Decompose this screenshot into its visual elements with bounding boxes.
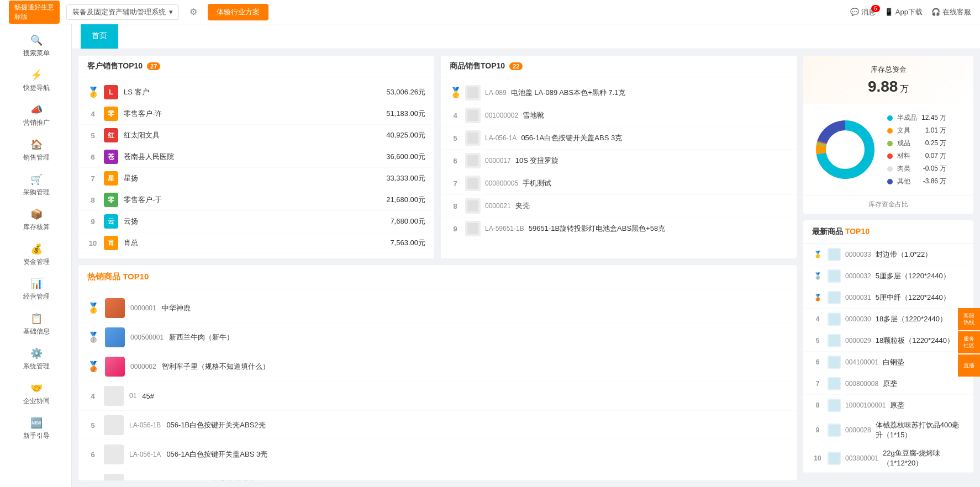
- product-image: [105, 357, 125, 377]
- table-row: 5 红 红太阳文具 40,925.00元: [78, 125, 434, 146]
- svg-rect-21: [829, 292, 840, 303]
- list-item: 4 0000030 18多层（1220*2440）: [803, 309, 973, 330]
- sidebar-item-label: 搜索菜单: [23, 49, 50, 58]
- topbar: 畅捷通好生意 标版 装备及固定资产辅助管理系统 ▾ ⚙ 体验行业方案 💬 消息 …: [0, 0, 980, 24]
- list-item: 🥇 0000001 中华神鹿: [78, 294, 797, 323]
- donut-chart: [812, 117, 878, 183]
- legend-item-meat: 肉类 -0.05 万: [887, 164, 946, 173]
- settings-icon[interactable]: ⚙: [186, 4, 201, 20]
- sidebar-item-quicknav[interactable]: ⚡ 快捷导航: [0, 63, 71, 98]
- product-image: [104, 444, 124, 464]
- list-item: 10 003800001 22g鱼豆腐-烧烤味（1*12*20）: [803, 444, 973, 473]
- customer-rank-badge: 27: [147, 62, 160, 70]
- chart-icon: 📊: [30, 278, 43, 290]
- inventory-panel: 库存总资金 9.88 万: [803, 56, 973, 214]
- svg-rect-20: [829, 271, 840, 282]
- search-icon: 🔍: [30, 34, 43, 46]
- product-image: [104, 474, 124, 480]
- table-row: 8 0000021 夹壳: [441, 195, 797, 218]
- sidebar-item-marketing[interactable]: 📣 营销推广: [0, 98, 71, 133]
- layout: 🔍 搜索菜单 ⚡ 快捷导航 📣 营销推广 🏠 销售管理 🛒 采购管理 📦 库存核…: [0, 24, 980, 487]
- sidebar-item-search[interactable]: 🔍 搜索菜单: [0, 29, 71, 63]
- megaphone-icon: 📣: [30, 104, 43, 116]
- content-area: 客户销售TOP10 27 🥇 L LS 客户 53,006.26元: [72, 49, 980, 487]
- legend-dot: [887, 141, 893, 146]
- nav-tabs: 首页: [72, 24, 980, 49]
- online-service-button[interactable]: 🎧 在线客服: [931, 7, 971, 17]
- customer-service-button[interactable]: 客服热线: [958, 308, 980, 330]
- table-row: 4 001000002 雪地靴: [441, 104, 797, 127]
- sidebar-item-label: 企业协同: [23, 396, 50, 406]
- tab-home[interactable]: 首页: [81, 24, 118, 49]
- svg-rect-0: [467, 87, 478, 98]
- sidebar: 🔍 搜索菜单 ⚡ 快捷导航 📣 营销推广 🏠 销售管理 🛒 采购管理 📦 库存核…: [0, 24, 72, 487]
- svg-rect-6: [467, 223, 478, 234]
- svg-rect-28: [829, 453, 840, 464]
- svg-rect-27: [829, 425, 840, 436]
- customer-rank-body: 🥇 L LS 客户 53,006.26元 4 零 零售客户-许 51,183.0…: [78, 77, 434, 258]
- topbar-actions: 💬 消息 6 📱 App下载 🎧 在线客服: [850, 7, 971, 17]
- list-item: 9 0000028 体械荔枝味苏打饮品400毫升（1*15）: [803, 416, 973, 444]
- list-item: 4 01 45#: [78, 382, 797, 411]
- newest-products-header: 最新商品 TOP10: [803, 220, 973, 244]
- product-image: [105, 327, 125, 347]
- legend-dot: [887, 153, 893, 159]
- money-icon: 💰: [30, 243, 43, 255]
- sidebar-item-guide[interactable]: 🆕 新手引导: [0, 411, 71, 446]
- sidebar-item-system[interactable]: ⚙️ 系统管理: [0, 342, 71, 377]
- sidebar-item-label: 基础信息: [23, 327, 50, 336]
- svg-rect-25: [829, 378, 840, 389]
- message-icon: 💬: [850, 8, 859, 16]
- product-image: [828, 291, 841, 304]
- hot-products-panel: 热销商品 TOP10 🥇 0000001 中华神鹿 🥈: [78, 265, 797, 480]
- floating-buttons: 客服热线 服务社区 直播: [958, 308, 980, 377]
- system-selector[interactable]: 装备及固定资产辅助管理系统 ▾: [66, 4, 179, 20]
- inventory-legend: 半成品 12.45 万 文具 1.01 万 成品 0: [887, 113, 946, 186]
- product-rank-badge: 22: [509, 62, 523, 70]
- svg-rect-4: [467, 178, 478, 189]
- trial-button[interactable]: 体验行业方案: [208, 4, 268, 20]
- sidebar-item-basic[interactable]: 📋 基础信息: [0, 307, 71, 342]
- top-panels: 客户销售TOP10 27 🥇 L LS 客户 53,006.26元: [78, 56, 797, 258]
- service-community-button[interactable]: 服务社区: [958, 331, 980, 353]
- sidebar-item-purchase[interactable]: 🛒 采购管理: [0, 168, 71, 203]
- sidebar-item-finance[interactable]: 💰 资金管理: [0, 237, 71, 272]
- bronze-medal-icon: 🥉: [87, 361, 99, 373]
- donut-chart-container: 半成品 12.45 万 文具 1.01 万 成品 0: [803, 104, 973, 195]
- legend-dot: [887, 115, 893, 121]
- svg-rect-5: [467, 200, 478, 211]
- product-image: [465, 153, 481, 168]
- inventory-amount-row: 9.88 万: [812, 78, 965, 96]
- flash-icon: ⚡: [30, 69, 43, 81]
- direct-button[interactable]: 直播: [958, 354, 980, 377]
- list-item: 🥉 0000031 5厘中纤（1220*2440）: [803, 287, 973, 309]
- hot-products-header: 热销商品 TOP10: [78, 265, 797, 289]
- svg-rect-1: [467, 110, 478, 121]
- product-image: [104, 415, 124, 435]
- message-button[interactable]: 💬 消息 6: [850, 7, 876, 17]
- table-row: 7 000800005 手机测试: [441, 172, 797, 195]
- avatar: 零: [104, 193, 118, 207]
- inventory-unit: 万: [900, 84, 909, 93]
- list-item: 5 LA-056-1B 056-1B白色按键开关壳ABS2壳: [78, 411, 797, 440]
- table-row: 8 零 零售客户-于 21,680.00元: [78, 189, 434, 211]
- sidebar-item-enterprise[interactable]: 🤝 企业协同: [0, 377, 71, 411]
- product-rank-panel: 商品销售TOP10 22 🥇 LA-089 电池盖 LA-089 ABS本色+黑…: [441, 56, 797, 258]
- sidebar-item-operation[interactable]: 📊 经营管理: [0, 272, 71, 307]
- app-download-button[interactable]: 📱 App下载: [884, 7, 923, 17]
- product-image: [828, 248, 841, 261]
- customer-rank-panel: 客户销售TOP10 27 🥇 L LS 客户 53,006.26元: [78, 56, 434, 258]
- table-row: 🥇 LA-089 电池盖 LA-089 ABS本色+黑种 7.1克: [441, 82, 797, 104]
- sidebar-item-sales[interactable]: 🏠 销售管理: [0, 133, 71, 168]
- sidebar-item-inventory[interactable]: 📦 库存核算: [0, 203, 71, 237]
- box-icon: 📦: [30, 208, 43, 220]
- cart-icon: 🛒: [30, 173, 43, 186]
- table-row: 9 LA-59651-1B 59651-1B旋转投影灯电池盒ABS黑色+58克: [441, 218, 797, 240]
- sidebar-item-label: 经营管理: [23, 292, 50, 301]
- svg-rect-2: [467, 133, 478, 144]
- sidebar-item-label: 营销推广: [23, 118, 50, 128]
- svg-rect-8: [104, 415, 124, 435]
- avatar: 云: [104, 214, 118, 229]
- newest-products-body: 🥇 0000033 封边带（1.0*22） 🥈: [803, 244, 973, 473]
- content-right: 库存总资金 9.88 万: [803, 49, 980, 487]
